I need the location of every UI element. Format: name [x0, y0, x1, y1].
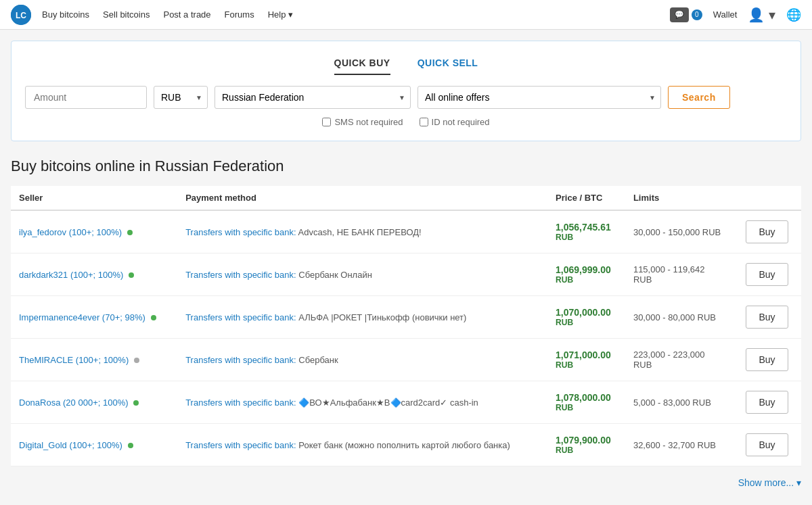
buy-btn-cell: Buy	[738, 296, 801, 339]
amount-input[interactable]	[25, 86, 147, 109]
search-button[interactable]: Search	[668, 86, 730, 109]
navbar-right: 💬 0 Wallet 👤 ▾ 🌐	[670, 7, 801, 23]
price-currency: RUB	[556, 318, 617, 327]
panel-tabs: QUICK BUY QUICK SELL	[25, 52, 787, 75]
price-cell: 1,079,900.00 RUB	[547, 424, 625, 466]
buy-button[interactable]: Buy	[746, 391, 788, 414]
buy-btn-cell: Buy	[738, 210, 801, 254]
seller-name[interactable]: ilya_fedorov (100+; 100%)	[19, 227, 122, 237]
limits-cell: 32,600 - 32,700 RUB	[625, 424, 738, 466]
col-limits: Limits	[625, 186, 738, 210]
payment-method-cell: Transfers with specific bank: Сбербанк О…	[177, 254, 547, 296]
nav-forums[interactable]: Forums	[225, 7, 254, 22]
nav-buy-bitcoins[interactable]: Buy bitcoins	[42, 7, 89, 22]
method-select-wrapper: All online offers Transfers with specifi…	[418, 86, 661, 109]
price-cell: 1,070,000.00 RUB	[547, 296, 625, 339]
payment-method-cell: Transfers with specific bank: АЛЬФА |РОК…	[177, 296, 547, 339]
method-type: Transfers with specific bank:	[185, 440, 296, 450]
tab-quick-buy[interactable]: QUICK BUY	[334, 52, 390, 75]
payment-method-cell: Transfers with specific bank: Рокет банк…	[177, 424, 547, 466]
buy-btn-cell: Buy	[738, 424, 801, 466]
table-row: Digital_Gold (100+; 100%) Transfers with…	[11, 424, 801, 466]
id-checkbox[interactable]	[420, 118, 428, 126]
buy-button[interactable]: Buy	[746, 348, 788, 371]
sms-checkbox[interactable]	[322, 118, 331, 126]
nav-sell-bitcoins[interactable]: Sell bitcoins	[103, 7, 150, 22]
panel-checkboxes: SMS not required ID not required	[25, 117, 787, 127]
payment-method-cell: Transfers with specific bank: 🔷ВО★Альфаб…	[177, 381, 547, 424]
nav-post-trade[interactable]: Post a trade	[163, 7, 210, 22]
buy-btn-cell: Buy	[738, 381, 801, 424]
method-detail: АЛЬФА |РОКЕТ |Тинькофф (новички нет)	[298, 312, 466, 322]
section-title: Buy bitcoins online in Russian Federatio…	[11, 158, 801, 175]
buy-btn-cell: Buy	[738, 339, 801, 381]
table-row: ilya_fedorov (100+; 100%) Transfers with…	[11, 210, 801, 254]
col-action	[738, 186, 801, 210]
limits-cell: 30,000 - 150,000 RUB	[625, 210, 738, 254]
price-currency: RUB	[556, 360, 617, 370]
price-cell: 1,069,999.00 RUB	[547, 254, 625, 296]
online-indicator	[128, 443, 133, 448]
sms-checkbox-label[interactable]: SMS not required	[322, 117, 403, 127]
col-price: Price / BTC	[547, 186, 625, 210]
seller-name[interactable]: DonaRosa (20 000+; 100%)	[19, 398, 129, 408]
online-indicator	[129, 272, 134, 278]
price-currency: RUB	[556, 275, 617, 285]
wallet-link[interactable]: Wallet	[713, 9, 738, 20]
currency-select[interactable]: RUB USD EUR	[154, 86, 208, 109]
buy-button[interactable]: Buy	[746, 263, 788, 286]
svg-text:LC: LC	[16, 11, 26, 20]
id-checkbox-text: ID not required	[432, 117, 490, 127]
tab-quick-sell[interactable]: QUICK SELL	[418, 52, 478, 75]
method-detail: 🔷ВО★Альфабанк★В🔷card2card✓ cash-in	[298, 398, 478, 408]
price-value: 1,078,000.00	[556, 392, 617, 403]
price-value: 1,056,745.61	[556, 222, 617, 233]
table-row: darkdark321 (100+; 100%) Transfers with …	[11, 254, 801, 296]
offers-table: Seller Payment method Price / BTC Limits…	[11, 186, 801, 466]
seller-name[interactable]: Digital_Gold (100+; 100%)	[19, 440, 122, 450]
country-select[interactable]: Russian Federation United States Germany	[215, 86, 411, 109]
online-indicator	[127, 230, 133, 235]
table-header: Seller Payment method Price / BTC Limits	[11, 186, 801, 210]
price-currency: RUB	[556, 446, 617, 455]
nav-help[interactable]: Help ▾	[268, 7, 293, 22]
price-value: 1,070,000.00	[556, 307, 617, 318]
show-more-link[interactable]: Show more... ▾	[738, 477, 801, 488]
method-detail: Advcash, НЕ БАНК ПЕРЕВОД!	[298, 227, 422, 237]
col-payment: Payment method	[177, 186, 547, 210]
method-detail: Рокет банк (можно пополнить картой любог…	[298, 440, 510, 450]
method-type: Transfers with specific bank:	[185, 270, 296, 280]
online-indicator	[151, 315, 156, 320]
buy-button[interactable]: Buy	[746, 433, 788, 456]
panel-controls: RUB USD EUR Russian Federation United St…	[25, 86, 787, 109]
price-value: 1,071,000.00	[556, 350, 617, 360]
seller-name[interactable]: darkdark321 (100+; 100%)	[19, 270, 123, 280]
seller-name[interactable]: Impermanence4ever (70+; 98%)	[19, 312, 145, 322]
chat-icon[interactable]: 💬 0	[670, 7, 702, 22]
table-row: Impermanence4ever (70+; 98%) Transfers w…	[11, 296, 801, 339]
payment-method-cell: Transfers with specific bank: Advcash, Н…	[177, 210, 547, 254]
seller-name[interactable]: TheMIRACLE (100+; 100%)	[19, 355, 129, 365]
price-cell: 1,056,745.61 RUB	[547, 210, 625, 254]
table-row: DonaRosa (20 000+; 100%) Transfers with …	[11, 381, 801, 424]
method-type: Transfers with specific bank:	[185, 398, 296, 408]
user-icon[interactable]: 👤 ▾	[748, 7, 775, 23]
method-type: Transfers with specific bank:	[185, 227, 296, 237]
chat-bubble: 💬	[670, 7, 689, 22]
price-cell: 1,071,000.00 RUB	[547, 339, 625, 381]
limits-cell: 30,000 - 80,000 RUB	[625, 296, 738, 339]
buy-btn-cell: Buy	[738, 254, 801, 296]
buy-button[interactable]: Buy	[746, 220, 788, 243]
id-checkbox-label[interactable]: ID not required	[420, 117, 490, 127]
payment-method-cell: Transfers with specific bank: Сбербанк	[177, 339, 547, 381]
globe-icon[interactable]: 🌐	[786, 7, 801, 22]
online-indicator	[133, 400, 139, 406]
navbar: LC Buy bitcoins Sell bitcoins Post a tra…	[0, 0, 812, 30]
method-select[interactable]: All online offers Transfers with specifi…	[418, 86, 661, 109]
main-content: QUICK BUY QUICK SELL RUB USD EUR Russian…	[0, 30, 812, 505]
show-more-container: Show more... ▾	[11, 466, 801, 499]
method-type: Transfers with specific bank:	[185, 355, 296, 365]
col-seller: Seller	[11, 186, 177, 210]
nav-links: Buy bitcoins Sell bitcoins Post a trade …	[42, 7, 670, 22]
buy-button[interactable]: Buy	[746, 306, 788, 329]
